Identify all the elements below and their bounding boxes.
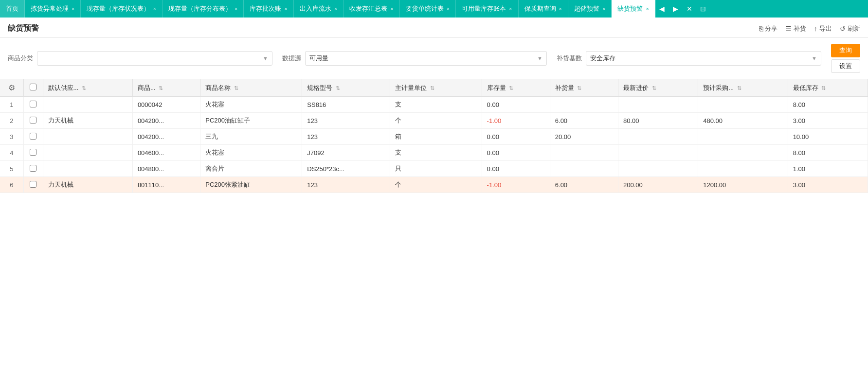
tab-close-icon[interactable]: × xyxy=(602,6,605,12)
tab-stock-status[interactable]: 现存量（库存状况表） × xyxy=(81,0,162,18)
tab-overstock-warning[interactable]: 超储预警 × xyxy=(568,0,612,18)
estimated-purchase-cell: 480.00 xyxy=(698,113,788,129)
replenish-icon: ☰ xyxy=(785,25,792,33)
tab-close-all-btn[interactable]: ✕ xyxy=(683,0,696,18)
tab-label: 缺货预警 xyxy=(617,4,643,13)
filter-actions: 查询 设置 xyxy=(831,44,860,73)
close-all-icon: ✕ xyxy=(687,5,692,13)
tab-next-btn[interactable]: ▶ xyxy=(669,0,683,18)
tab-close-icon[interactable]: × xyxy=(509,6,512,12)
category-select[interactable]: ▼ xyxy=(37,51,272,66)
default-supplier-cell xyxy=(43,97,132,113)
tab-receipt-summary[interactable]: 收发存汇总表 × xyxy=(344,0,399,18)
product-code-cell: 004200... xyxy=(132,129,200,145)
tab-stock-dist[interactable]: 现存量（库存分布表） × xyxy=(163,0,244,18)
tab-in-out-flow[interactable]: 出入库流水 × xyxy=(294,0,344,18)
min-stock-cell: 10.00 xyxy=(788,129,868,145)
product-code-cell: 801110... xyxy=(132,177,200,193)
stock-qty-cell: 0.00 xyxy=(482,161,550,177)
estimated-purchase-cell xyxy=(698,129,788,145)
row-checkbox[interactable] xyxy=(30,165,36,172)
replenish-button[interactable]: ☰ 补货 xyxy=(785,24,806,33)
row-checkbox-cell[interactable] xyxy=(23,177,43,193)
row-checkbox-cell[interactable] xyxy=(23,161,43,177)
latest-price-column-header[interactable]: 最新进价 ⇅ xyxy=(618,79,698,97)
category-filter: 商品分类 ▼ xyxy=(8,51,272,66)
row-checkbox[interactable] xyxy=(30,133,36,140)
category-arrow-icon: ▼ xyxy=(263,55,268,61)
product-name-cell: 火花塞 xyxy=(200,97,302,113)
query-button[interactable]: 查询 xyxy=(831,44,860,57)
datasource-filter: 数据源 可用量 ▼ xyxy=(282,51,547,66)
replenish-qty-cell: 6.00 xyxy=(550,177,618,193)
select-all-checkbox[interactable] xyxy=(30,84,36,90)
spec-cell: 123 xyxy=(302,177,390,193)
tab-defect-process[interactable]: 拣货异常处理 × xyxy=(25,0,81,18)
estimated-purchase-column-header[interactable]: 预计采购... ⇅ xyxy=(698,79,788,97)
tab-close-icon[interactable]: × xyxy=(646,6,649,12)
product-name-cell: PC200张紧油缸 xyxy=(200,177,302,193)
spec-cell: SS816 xyxy=(302,97,390,113)
tab-close-icon[interactable]: × xyxy=(153,6,156,12)
tab-label: 现存量（库存分布表） xyxy=(168,4,232,13)
export-button[interactable]: ↑ 导出 xyxy=(814,24,832,33)
sort-icon: ⇅ xyxy=(159,85,163,91)
product-code-column-header[interactable]: 商品... ⇅ xyxy=(132,79,200,97)
default-supplier-cell xyxy=(43,145,132,161)
product-name-column-header[interactable]: 商品名称 ⇅ xyxy=(200,79,302,97)
stock-qty-cell: -1.00 xyxy=(482,177,550,193)
expand-icon: ⊡ xyxy=(700,5,706,13)
replenish-qty-cell: 20.00 xyxy=(550,129,618,145)
tab-expiry-query[interactable]: 保质期查询 × xyxy=(519,0,568,18)
tab-expand-btn[interactable]: ⊡ xyxy=(696,0,710,18)
sort-icon: ⇅ xyxy=(82,85,86,91)
gear-column-header[interactable]: ⚙ xyxy=(0,79,23,97)
unit-cell: 支 xyxy=(390,145,482,161)
sort-icon: ⇅ xyxy=(652,85,656,91)
tab-close-icon[interactable]: × xyxy=(334,6,337,12)
share-icon: ⎘ xyxy=(759,25,763,33)
replenish-basis-select[interactable]: 安全库存 ▼ xyxy=(586,51,821,66)
tab-available-ledger[interactable]: 可用量库存账本 × xyxy=(456,0,518,18)
tab-shortage-warning[interactable]: 缺货预警 × xyxy=(612,0,655,18)
tab-order-stats[interactable]: 要货单统计表 × xyxy=(400,0,456,18)
tab-home[interactable]: 首页 xyxy=(0,0,25,18)
row-number: 4 xyxy=(0,145,23,161)
share-button[interactable]: ⎘ 分享 xyxy=(759,24,778,33)
row-checkbox[interactable] xyxy=(30,101,36,107)
row-checkbox[interactable] xyxy=(30,181,36,188)
tab-close-icon[interactable]: × xyxy=(72,6,74,12)
stock-qty-column-header[interactable]: 库存量 ⇅ xyxy=(482,79,550,97)
replenish-qty-column-header[interactable]: 补货量 ⇅ xyxy=(550,79,618,97)
row-checkbox[interactable] xyxy=(30,149,36,156)
sort-icon: ⇅ xyxy=(336,85,340,91)
row-checkbox-cell[interactable] xyxy=(23,129,43,145)
unit-column-header[interactable]: 主计量单位 ⇅ xyxy=(390,79,482,97)
tab-close-icon[interactable]: × xyxy=(559,6,562,12)
row-checkbox-cell[interactable] xyxy=(23,113,43,129)
tab-close-icon[interactable]: × xyxy=(390,6,393,12)
checkbox-column-header[interactable] xyxy=(23,79,43,97)
tab-close-icon[interactable]: × xyxy=(284,6,287,12)
spec-cell: 123 xyxy=(302,113,390,129)
refresh-button[interactable]: ↺ 刷新 xyxy=(840,24,860,33)
tab-batch-account[interactable]: 库存批次账 × xyxy=(244,0,293,18)
replenish-basis-filter: 补货基数 安全库存 ▼ xyxy=(557,51,821,66)
spec-column-header[interactable]: 规格型号 ⇅ xyxy=(302,79,390,97)
settings-button[interactable]: 设置 xyxy=(831,59,860,73)
estimated-purchase-cell: 1200.00 xyxy=(698,177,788,193)
datasource-select[interactable]: 可用量 ▼ xyxy=(305,51,547,66)
default-supplier-cell xyxy=(43,129,132,145)
tab-prev-btn[interactable]: ◀ xyxy=(655,0,669,18)
sort-icon: ⇅ xyxy=(821,85,826,91)
gear-icon[interactable]: ⚙ xyxy=(8,84,15,92)
row-checkbox-cell[interactable] xyxy=(23,97,43,113)
row-checkbox[interactable] xyxy=(30,117,36,123)
min-stock-column-header[interactable]: 最低库存 ⇅ xyxy=(788,79,868,97)
default-supplier-column-header[interactable]: 默认供应... ⇅ xyxy=(43,79,132,97)
tab-close-icon[interactable]: × xyxy=(235,6,237,12)
row-checkbox-cell[interactable] xyxy=(23,145,43,161)
tab-close-icon[interactable]: × xyxy=(447,6,450,12)
tab-label: 收发存汇总表 xyxy=(349,4,387,13)
stock-qty-cell: 0.00 xyxy=(482,145,550,161)
